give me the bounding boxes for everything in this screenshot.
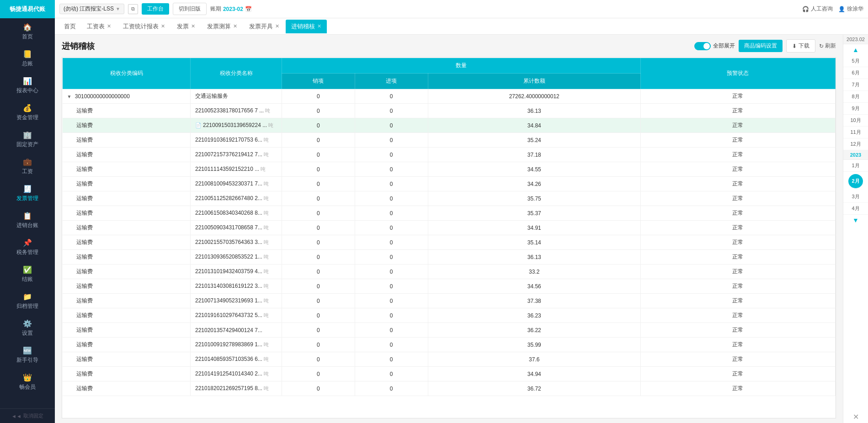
toggle-expand[interactable]: 全部展开 — [694, 42, 735, 50]
cell-purchase: 0 — [355, 279, 428, 294]
sidebar-item-salary[interactable]: 💼 工资 — [0, 153, 55, 180]
tab-salary-report-close[interactable]: ✕ — [161, 23, 165, 29]
cell-tax-detail: 2210071349052319693 1... 吨 — [191, 294, 282, 308]
cell-status: 正常 — [640, 264, 835, 279]
pin-label: 取消固定 — [23, 412, 43, 419]
period-text: 账期 — [210, 5, 221, 13]
sidebar-item-purchase-ledger[interactable]: 📋 进销台账 — [0, 207, 55, 234]
month-jan[interactable]: 1月 — [843, 160, 868, 172]
cell-purchase: 0 — [355, 338, 428, 352]
cell-name: 运输费 — [63, 264, 191, 279]
cell-status: 正常 — [640, 367, 835, 381]
sidebar-item-label: 工资 — [22, 168, 33, 175]
sidebar-item-assets[interactable]: 🏢 固定资产 — [0, 126, 55, 153]
sidebar-item-settle[interactable]: ✅ 结账 — [0, 261, 55, 288]
month-may[interactable]: 5月 — [843, 55, 868, 67]
cell-cumulative: 36.23 — [428, 308, 640, 323]
user-avatar-button[interactable]: 👤 徐涂华 — [838, 5, 863, 13]
page-actions: 全部展开 商品编码设置 ⬇ 下载 ↻ 刷新 — [694, 39, 836, 53]
table-row: 运输费 2210131403081619122 3... 吨 0 0 34.56… — [63, 279, 836, 294]
cell-status: 正常 — [640, 177, 835, 191]
settings-btn[interactable]: 商品编码设置 — [739, 40, 783, 52]
scroll-down-button[interactable]: ▼ — [843, 215, 868, 226]
tab-salary-label: 工资表 — [87, 22, 105, 31]
cell-sale: 0 — [282, 89, 355, 104]
tab-invoice-open-close[interactable]: ✕ — [275, 23, 279, 29]
cell-name: 运输费 — [63, 191, 191, 206]
cell-purchase: 0 — [355, 235, 428, 250]
calendar-icon[interactable]: 📅 — [245, 6, 252, 12]
right-panel-year-top: 2023.02 — [843, 35, 868, 44]
month-oct[interactable]: 10月 — [843, 115, 868, 127]
avatar-icon: 👤 — [838, 6, 845, 12]
sidebar-item-tax[interactable]: 📌 税务管理 — [0, 234, 55, 261]
month-sep[interactable]: 9月 — [843, 103, 868, 115]
cell-status: 正常 — [640, 294, 835, 308]
month-jun[interactable]: 6月 — [843, 67, 868, 79]
right-panel: 2023.02 ▲ 5月 6月 7月 8月 9月 10月 11月 12月 202… — [843, 35, 868, 423]
tab-invoice-open[interactable]: 发票开具 ✕ — [244, 20, 285, 33]
funds-icon: 💰 — [23, 104, 32, 112]
cell-cumulative: 35.99 — [428, 338, 640, 352]
sidebar-item-invoices[interactable]: 🧾 发票管理 — [0, 180, 55, 207]
refresh-icon: ↻ — [819, 43, 824, 49]
sidebar-item-funds[interactable]: 💰 资金管理 — [0, 99, 55, 126]
cell-cumulative: 34.55 — [428, 162, 640, 177]
cell-name: 运输费 — [63, 235, 191, 250]
tab-invoice[interactable]: 发票 ✕ — [171, 20, 201, 33]
cell-tax-detail: 2210052338178017656 7 ... 吨 — [191, 104, 282, 118]
sidebar-item-member[interactable]: 👑 畅会员 — [0, 369, 55, 396]
cell-status: 正常 — [640, 118, 835, 133]
cell-sale: 0 — [282, 250, 355, 264]
sidebar-item-guide[interactable]: 🆕 新手引导 — [0, 342, 55, 369]
tab-salary[interactable]: 工资表 ✕ — [81, 20, 117, 33]
table-row: 运输费 2210021557035764363 3... 吨 0 0 35.14… — [63, 235, 836, 250]
sidebar-item-archive[interactable]: 📁 归档管理 — [0, 288, 55, 315]
tab-invoice-calc-close[interactable]: ✕ — [233, 23, 237, 29]
copy-button[interactable]: ⧉ — [128, 4, 138, 14]
month-aug[interactable]: 8月 — [843, 91, 868, 103]
tab-salary-report[interactable]: 工资统计报表 ✕ — [117, 20, 170, 33]
month-feb[interactable]: 2月 — [848, 174, 863, 189]
tab-reconcile[interactable]: 进销稽核 ✕ — [286, 20, 327, 33]
sidebar: 畅捷通易代账 🏠 首页 📒 总账 📊 报表中心 💰 资金管理 🏢 固定资产 💼 … — [0, 0, 55, 423]
toggle-switch[interactable] — [694, 42, 711, 50]
tab-reconcile-close[interactable]: ✕ — [317, 23, 321, 29]
month-mar[interactable]: 3月 — [843, 191, 868, 203]
refresh-btn[interactable]: ↻ 刷新 — [819, 42, 836, 50]
home-icon: 🏠 — [23, 23, 32, 32]
tab-home-label: 首页 — [64, 22, 76, 31]
cell-purchase: 0 — [355, 104, 428, 118]
close-panel-button[interactable]: ✕ — [843, 411, 868, 423]
expand-icon[interactable]: ▼ — [67, 94, 72, 99]
cell-cumulative: 36.22 — [428, 323, 640, 338]
sidebar-item-home[interactable]: 🏠 首页 — [0, 18, 55, 45]
month-apr[interactable]: 4月 — [843, 203, 868, 215]
cell-status: 正常 — [640, 352, 835, 367]
sidebar-item-reports[interactable]: 📊 报表中心 — [0, 72, 55, 99]
scroll-up-button[interactable]: ▲ — [843, 44, 868, 55]
tab-home[interactable]: 首页 — [59, 20, 80, 33]
unpin-button[interactable]: ◄◄ 取消固定 — [0, 408, 55, 423]
month-jul[interactable]: 7月 — [843, 79, 868, 91]
cell-name: 运输费 — [63, 308, 191, 323]
company-selector[interactable]: (勿动) 江西报宝-LSS ▼ — [59, 4, 124, 14]
tab-invoice-calc[interactable]: 发票测算 ✕ — [202, 20, 243, 33]
support-button[interactable]: 🎧 人工咨询 — [802, 5, 833, 13]
month-nov[interactable]: 11月 — [843, 127, 868, 138]
switch-version-button[interactable]: 切到旧版 — [173, 3, 207, 15]
cell-sale: 0 — [282, 177, 355, 191]
workbench-button[interactable]: 工作台 — [142, 3, 169, 15]
cell-tax-detail: 2210182021269257195 8... 吨 — [191, 381, 282, 396]
month-dec[interactable]: 12月 — [843, 138, 868, 150]
cell-cumulative: 35.75 — [428, 191, 640, 206]
tab-salary-close[interactable]: ✕ — [107, 23, 111, 29]
cell-tax-detail: 2210140859357103536 6... 吨 — [191, 352, 282, 367]
sidebar-item-settings[interactable]: ⚙️ 设置 — [0, 315, 55, 342]
sidebar-item-ledger[interactable]: 📒 总账 — [0, 45, 55, 72]
download-btn[interactable]: ⬇ 下载 — [786, 39, 815, 53]
cell-tax-detail: 2210061508340340268 8... 吨 — [191, 206, 282, 221]
table-row: 运输费 📄2210091503139659224 ... 吨 0 0 34.84… — [63, 118, 836, 133]
tab-invoice-close[interactable]: ✕ — [191, 23, 195, 29]
table-row: 运输费 2210201357429400124 7... 0 0 36.22 正… — [63, 323, 836, 338]
